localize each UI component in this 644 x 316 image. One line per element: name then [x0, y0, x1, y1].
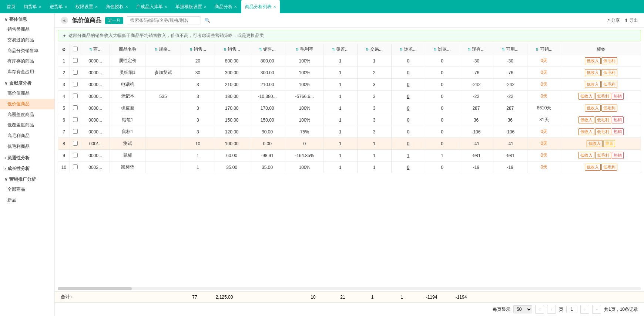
sidebar-item-traded[interactable]: 交易过的商品 [0, 35, 54, 45]
page-number-input[interactable] [566, 306, 577, 313]
close-icon[interactable]: ✕ [95, 5, 98, 9]
horizontal-scrollbar[interactable] [58, 287, 641, 290]
views-link[interactable]: 0 [407, 129, 410, 135]
row-checkbox-cell[interactable] [70, 91, 81, 102]
row-checkbox-cell[interactable] [70, 150, 81, 162]
row-checkbox[interactable] [73, 129, 78, 134]
sidebar-item-low-value[interactable]: 低价值商品 [0, 99, 54, 109]
sidebar-item-low-margin[interactable]: 低毛利商品 [0, 141, 54, 152]
row-checkbox-cell[interactable] [70, 114, 81, 126]
sidebar-item-high-margin[interactable]: 高毛利商品 [0, 130, 54, 141]
row-sellable: 0天 [527, 79, 561, 91]
row-checkbox[interactable] [73, 164, 78, 169]
row-checkbox[interactable] [73, 105, 78, 110]
row-code: 0000... [81, 91, 110, 102]
row-sales-qty: 20 [181, 55, 215, 67]
sidebar-item-high-coverage[interactable]: 高覆盖度商品 [0, 109, 54, 120]
close-icon[interactable]: ✕ [164, 5, 167, 9]
row-checkbox-cell[interactable] [70, 138, 81, 150]
views-link[interactable]: 0 [407, 118, 410, 123]
row-checkbox-cell[interactable] [70, 79, 81, 91]
nav-permission[interactable]: 权限设置 ✕ [72, 0, 101, 13]
close-icon[interactable]: ✕ [125, 5, 128, 9]
nav-purchase[interactable]: 进货单 ✕ [46, 0, 71, 13]
sidebar-item-low-coverage[interactable]: 低覆盖度商品 [0, 120, 54, 130]
row-gross-margin: 100% [286, 102, 323, 114]
search-icon[interactable]: 🔍 [205, 18, 210, 23]
sidebar-item-new-products[interactable]: 新品 [0, 195, 54, 205]
views-link[interactable]: 0 [407, 70, 410, 75]
collapse-button[interactable]: ≪ [61, 17, 68, 24]
close-icon[interactable]: ✕ [273, 5, 276, 9]
sidebar-item-in-stock[interactable]: 有库存的商品 [0, 56, 54, 67]
first-page-button[interactable]: « [535, 305, 544, 314]
row-name: 鼠标 [110, 150, 145, 162]
views2-col-header: ⇅ 浏览... [425, 44, 459, 55]
sidebar-item-sales-products[interactable]: 销售类商品 [0, 24, 54, 35]
row-spec [145, 114, 181, 126]
row-sales-amount: 170.00 [249, 102, 286, 114]
sidebar-group-marketing[interactable]: ∨ 营销推广分析 [0, 173, 54, 184]
views-link[interactable]: 0 [407, 94, 410, 99]
close-icon[interactable]: ✕ [38, 5, 41, 9]
views-link[interactable]: 0 [407, 141, 410, 146]
views-link[interactable]: 0 [407, 106, 410, 111]
nav-role[interactable]: 角色授权 ✕ [102, 0, 132, 13]
sidebar-item-capital[interactable]: 库存资金占用 [0, 67, 54, 77]
views-link[interactable]: 0 [407, 165, 410, 170]
select-all-checkbox[interactable] [73, 47, 78, 51]
per-page-select[interactable]: 50 100 [513, 305, 532, 313]
sidebar-item-high-value[interactable]: 高价值商品 [0, 88, 54, 99]
row-current: -106 [459, 126, 493, 138]
scrollbar-thumb[interactable] [58, 287, 132, 290]
row-checkbox-cell[interactable] [70, 162, 81, 173]
row-no: 8 [58, 138, 70, 150]
nav-analysis[interactable]: 商品分析 ✕ [211, 0, 241, 13]
row-checkbox[interactable] [73, 117, 78, 122]
row-sales-amount: 300.00 [249, 67, 286, 79]
row-gross-margin: -164.85% [286, 150, 323, 162]
views-link[interactable]: 1 [407, 153, 410, 158]
row-checkbox[interactable] [73, 58, 78, 63]
sidebar-group-growth[interactable]: › 成长性分析 [0, 163, 54, 173]
row-checkbox-cell[interactable] [70, 67, 81, 79]
last-page-button[interactable]: » [592, 305, 601, 314]
row-sellable: 0天 [527, 91, 561, 102]
row-gross-margin: 100% [286, 162, 323, 173]
sidebar-group-overall[interactable]: ∨ 整体信息 [0, 13, 54, 24]
export-button[interactable]: ⬆ 导出 [624, 17, 638, 24]
search-input[interactable] [127, 16, 201, 24]
close-icon[interactable]: ✕ [234, 5, 237, 9]
row-checkbox[interactable] [73, 70, 78, 75]
views-link[interactable]: 0 [407, 82, 410, 87]
nav-home[interactable]: 首页 [3, 0, 19, 13]
row-no: 10 [58, 162, 70, 173]
info-banner: ✦ 这部分商品的销售收入大幅低于商品平均销售收入，价值不高，可考虑调整营销策略，… [58, 30, 641, 41]
next-page-button[interactable]: › [580, 305, 589, 314]
sidebar-group-liquidity[interactable]: › 流通性分析 [0, 152, 54, 163]
sidebar-item-category-rate[interactable]: 商品分类销售率 [0, 45, 54, 56]
close-icon[interactable]: ✕ [64, 5, 67, 9]
row-checkbox[interactable] [73, 141, 78, 146]
nav-warehouse[interactable]: 产成品入库单 ✕ [133, 0, 171, 13]
nav-analysis-list[interactable]: 商品分析列表 ✕ [241, 0, 280, 13]
close-icon[interactable]: ✕ [204, 5, 207, 9]
row-coverage: 1 [323, 114, 358, 126]
settings-col-header[interactable]: ⚙ [58, 44, 70, 55]
row-checkbox-cell[interactable] [70, 126, 81, 138]
row-views1: 1 [391, 150, 425, 162]
row-checkbox-cell[interactable] [70, 102, 81, 114]
row-checkbox[interactable] [73, 94, 78, 98]
checkbox-col-header[interactable] [70, 44, 81, 55]
time-badge[interactable]: 近一月 [105, 17, 123, 24]
share-button[interactable]: ↗ 分享 [606, 17, 620, 24]
views-link[interactable]: 0 [407, 58, 410, 64]
prev-page-button[interactable]: ‹ [547, 305, 556, 314]
sidebar-item-all-products[interactable]: 全部商品 [0, 184, 54, 195]
nav-template[interactable]: 单据模板设置 ✕ [172, 0, 210, 13]
row-checkbox[interactable] [73, 82, 78, 86]
sidebar-group-contribution[interactable]: ∨ 贡献度分析 [0, 77, 54, 88]
row-checkbox-cell[interactable] [70, 55, 81, 67]
row-checkbox[interactable] [73, 153, 78, 157]
nav-sales[interactable]: 销货单 ✕ [20, 0, 45, 13]
